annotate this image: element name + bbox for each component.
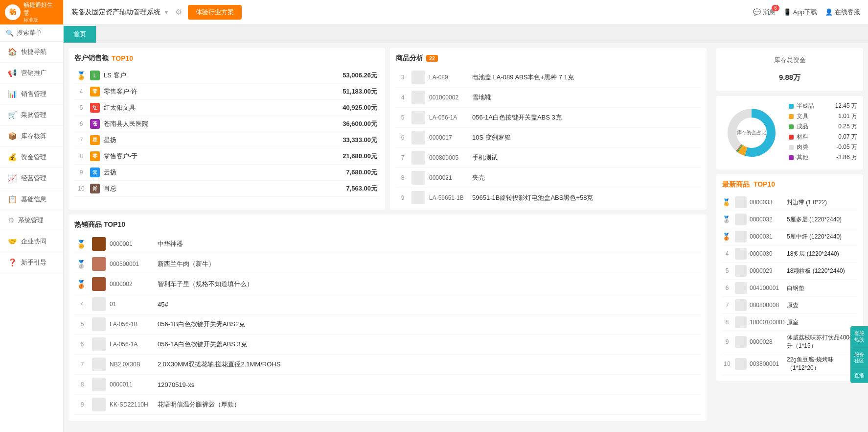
- legend-color: [789, 145, 794, 150]
- guide-icon: ❓: [8, 258, 17, 267]
- rank-medal-3-icon: 🥉: [76, 280, 88, 289]
- table-row: 🥉 0000031 5厘中纤 (1220*2440): [722, 228, 857, 245]
- center-panels: 客户销售额 TOP10 🏅 L LS 客户 53,006.26元 4: [64, 43, 711, 432]
- sidebar-item-cooperation[interactable]: 🤝 企业协同: [0, 231, 63, 252]
- inventory-chart-card: 库存资金占比 半成品 12.45 万 文具 1.01 万: [716, 96, 863, 169]
- product-image: [735, 282, 747, 294]
- customer-avatar: 苍: [90, 119, 100, 129]
- table-row: 6 0000017 10S 变刹罗狻: [396, 128, 701, 148]
- system-name: 装备及固定资产辅助管理系统 ▼: [71, 8, 169, 17]
- sidebar-item-marketing[interactable]: 📢 营销推广: [0, 63, 63, 84]
- app-download-btn[interactable]: 📱 App下载: [783, 8, 817, 17]
- online-service-btn[interactable]: 👤 在线客服: [825, 8, 860, 17]
- right-panel: 库存总资金 9.88万: [711, 43, 868, 432]
- rank-medal-icon: 🏅: [76, 240, 88, 249]
- table-row: 7 000800005 手机测试: [396, 148, 701, 168]
- new-products-card: 最新商品 TOP10 🏅 0000033 封边带 (1.0*22) 🥈 0000: [716, 174, 863, 381]
- message-btn[interactable]: 💬 消息 6: [753, 8, 776, 17]
- product-ranking-list: 3 LA-089 电池盖 LA-089 ABS本色+黑种 7.1克 4 0010…: [396, 68, 701, 204]
- product-image: [411, 71, 425, 84]
- legend-color: [789, 124, 794, 129]
- finance-icon: 💰: [8, 153, 17, 162]
- rank-medal-2-icon: 🥈: [722, 216, 732, 223]
- basics-icon: 📋: [8, 195, 17, 204]
- donut-center-label: 库存资金占比: [737, 129, 766, 136]
- table-row: 🏅 0000001 中华神器: [74, 234, 701, 254]
- float-service-hotline[interactable]: 客服热线: [850, 326, 868, 347]
- cooperation-icon: 🤝: [8, 237, 17, 246]
- table-row: 🏅 0000033 封边带 (1.0*22): [722, 194, 857, 211]
- list-item: 材料 0.07 万: [789, 133, 857, 141]
- table-row: 9 KK-SD22110H 花语明信温分腿裤袋（厚款）: [74, 395, 701, 415]
- product-image: [92, 378, 106, 391]
- product-image: [735, 299, 747, 311]
- home-icon: 🏠: [8, 48, 17, 56]
- table-row: 3 LA-089 电池盖 LA-089 ABS本色+黑种 7.1克: [396, 68, 701, 88]
- inventory-label: 库存总资金: [724, 56, 855, 65]
- product-image: [411, 171, 425, 185]
- customer-avatar: 肖: [90, 184, 100, 193]
- marketing-icon: 📢: [8, 69, 17, 77]
- content-area: 客户销售额 TOP10 🏅 L LS 客户 53,006.26元 4: [64, 43, 868, 432]
- message-icon: 💬: [753, 8, 761, 16]
- customer-avatar: 零: [90, 151, 100, 161]
- new-products-list: 🏅 0000033 封边带 (1.0*22) 🥈 0000032 5厘多层 (1…: [722, 194, 857, 375]
- inventory-icon: 📦: [8, 132, 17, 141]
- product-image: [411, 191, 425, 204]
- sidebar-item-sales[interactable]: 📊 销售管理: [0, 84, 63, 105]
- hot-products-title: 热销商品 TOP10: [74, 220, 701, 229]
- sidebar-logo: 畅 畅捷通好生意 标准版: [0, 0, 63, 24]
- hot-products-panel: 热销商品 TOP10 🏅 0000001 中华神器 🥈 000500001: [69, 215, 707, 421]
- logo-text: 畅捷通好生意 标准版: [23, 1, 58, 23]
- legend-color: [789, 135, 794, 140]
- product-image: [92, 257, 106, 271]
- product-image: [735, 336, 747, 348]
- product-image: [411, 111, 425, 124]
- sidebar-item-quick-nav[interactable]: 🏠 快捷导航: [0, 42, 63, 63]
- sales-icon: 📊: [8, 90, 17, 98]
- product-image: [92, 358, 106, 371]
- list-item: 文具 1.01 万: [789, 112, 857, 120]
- table-row: 🥈 000500001 新西兰牛肉（新牛）: [74, 254, 701, 274]
- customer-avatar: 云: [90, 168, 100, 177]
- product-badge: 22: [426, 55, 438, 62]
- sidebar-item-finance[interactable]: 💰 资金管理: [0, 147, 63, 168]
- sidebar-item-basics[interactable]: 📋 基础信息: [0, 189, 63, 210]
- float-service-panel: 客服热线 服务社区 直播: [850, 326, 868, 383]
- float-service-live[interactable]: 直播: [850, 368, 868, 383]
- customer-avatar: 零: [90, 87, 100, 96]
- product-ranking-panel: 商品分析 22 3 LA-089 电池盖 LA-089 ABS本色+黑种 7.1…: [390, 48, 707, 210]
- table-row: 10 肖 肖总 7,563.00元: [74, 181, 379, 197]
- sidebar-item-system[interactable]: ⚙ 系统管理: [0, 210, 63, 231]
- legend-color: [789, 104, 794, 109]
- service-icon: 👤: [825, 8, 833, 16]
- sidebar-item-guide[interactable]: ❓ 新手引导: [0, 252, 63, 273]
- table-row: 9 云 云扬 7,680.00元: [74, 165, 379, 181]
- product-image: [92, 337, 106, 351]
- system-icon: ⚙: [8, 216, 14, 225]
- float-service-community[interactable]: 服务社区: [850, 347, 868, 368]
- rank-medal-3-icon: 🥉: [722, 233, 732, 240]
- table-row: 5 LA-056-1A 056-1A白色按键开关盖ABS 3克: [396, 108, 701, 128]
- settings-icon[interactable]: ⚙: [175, 7, 182, 17]
- sidebar-item-operations[interactable]: 📈 经营管理: [0, 168, 63, 189]
- product-image: [92, 317, 106, 331]
- product-image: [411, 151, 425, 165]
- product-image: [92, 237, 106, 251]
- sidebar-item-purchase[interactable]: 🛒 采购管理: [0, 105, 63, 126]
- tab-home[interactable]: 首页: [64, 26, 96, 43]
- table-row: 4 零 零售客户-许 51,183.00元: [74, 84, 379, 100]
- trial-button[interactable]: 体验行业方案: [188, 5, 242, 20]
- sidebar-item-inventory[interactable]: 📦 库存核算: [0, 126, 63, 147]
- table-row: 5 LA-056-1B 056-1B白色按键开关壳ABS2克: [74, 314, 701, 335]
- table-row: 10 003800001 22g鱼豆腐-烧烤味（1*12*20）: [722, 353, 857, 375]
- dropdown-arrow-icon: ▼: [163, 9, 169, 16]
- search-menu[interactable]: 🔍 搜索菜单: [0, 24, 63, 42]
- table-row: 4 01 45#: [74, 294, 701, 314]
- list-item: 半成品 12.45 万: [789, 102, 857, 110]
- table-row: 9 0000028 体威荔枝味苏打饮品400毫升（1*15）: [722, 331, 857, 353]
- inventory-value: 9.88万: [724, 68, 855, 83]
- new-products-title: 最新商品 TOP10: [722, 180, 857, 189]
- legend-color: [789, 114, 794, 119]
- table-row: 7 星 星扬 33,333.00元: [74, 132, 379, 148]
